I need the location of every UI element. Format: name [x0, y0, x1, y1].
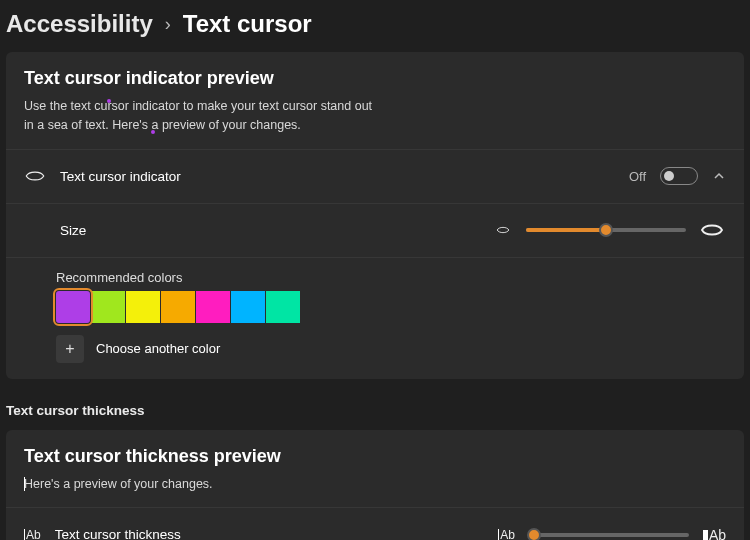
indicator-toggle-label: Text cursor indicator: [60, 169, 181, 184]
thickness-slider[interactable]: [529, 533, 689, 537]
indicator-toggle-row[interactable]: Text cursor indicator Off: [6, 149, 744, 203]
breadcrumb: Accessibility › Text cursor: [0, 0, 750, 44]
chevron-right-icon: ›: [165, 14, 171, 35]
indicator-preview-section: Text cursor indicator preview Use the te…: [6, 52, 744, 149]
thickness-preview-text: Here's a preview of your changes.: [24, 475, 384, 494]
thickness-preview-title: Text cursor thickness preview: [24, 446, 726, 467]
size-slider[interactable]: [526, 228, 686, 232]
thickness-max-icon: Ab: [703, 527, 726, 540]
choose-another-color-label: Choose another color: [96, 341, 220, 356]
thickness-label: Text cursor thickness: [55, 527, 181, 540]
color-swatch[interactable]: [126, 291, 160, 323]
thickness-slider-row: Ab Text cursor thickness Ab Ab: [6, 507, 744, 540]
plus-icon: +: [65, 340, 74, 358]
indicator-preview-title: Text cursor indicator preview: [24, 68, 726, 89]
text-cursor-indicator-icon: [24, 168, 46, 184]
recommended-colors-block: Recommended colors + Choose another colo…: [6, 257, 744, 379]
thickness-heading: Text cursor thickness: [0, 387, 750, 422]
size-label: Size: [60, 223, 86, 238]
size-min-icon: [496, 224, 512, 236]
choose-another-color-button[interactable]: +: [56, 335, 84, 363]
text-cursor-thickness-card: Text cursor thickness preview Here's a p…: [6, 430, 744, 541]
color-swatch[interactable]: [161, 291, 195, 323]
recommended-colors-label: Recommended colors: [56, 270, 726, 285]
breadcrumb-current: Text cursor: [183, 10, 312, 38]
expand-chevron-icon[interactable]: [712, 169, 726, 183]
color-swatch[interactable]: [56, 291, 90, 323]
indicator-toggle-state: Off: [629, 169, 646, 184]
size-max-icon: [700, 220, 726, 240]
color-swatch[interactable]: [231, 291, 265, 323]
color-swatch[interactable]: [196, 291, 230, 323]
thickness-preview-section: Text cursor thickness preview Here's a p…: [6, 430, 744, 508]
text-cursor-indicator-card: Text cursor indicator preview Use the te…: [6, 52, 744, 379]
indicator-preview-desc: Use the text cursor indicator to make yo…: [24, 97, 384, 135]
color-swatch[interactable]: [91, 291, 125, 323]
color-swatch-row: [56, 291, 726, 323]
indicator-toggle[interactable]: [660, 167, 698, 185]
thickness-min-icon: Ab: [498, 528, 515, 540]
breadcrumb-parent[interactable]: Accessibility: [6, 10, 153, 38]
color-swatch[interactable]: [266, 291, 300, 323]
indicator-size-row: Size: [6, 203, 744, 257]
thickness-icon: Ab: [24, 528, 41, 540]
